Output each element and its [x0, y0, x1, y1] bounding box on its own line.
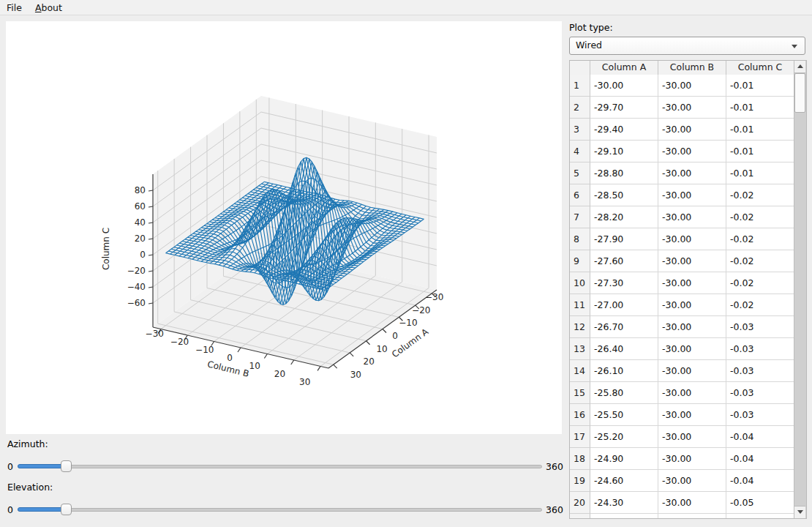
cell-column-a[interactable]: -27.90 — [590, 228, 658, 250]
cell-column-a[interactable]: -30.00 — [590, 75, 658, 97]
cell-column-c[interactable]: -0.01 — [726, 162, 794, 184]
cell-column-b[interactable]: -30.00 — [658, 316, 726, 338]
cell-column-a[interactable]: -28.80 — [590, 162, 658, 184]
cell-column-a[interactable]: -27.30 — [590, 272, 658, 294]
row-number[interactable]: 6 — [570, 184, 590, 206]
cell-column-b[interactable]: -30.00 — [658, 250, 726, 272]
table-row[interactable]: 16-25.50-30.00-0.03 — [570, 404, 794, 426]
cell-column-a[interactable]: -25.80 — [590, 382, 658, 404]
row-number[interactable]: 9 — [570, 250, 590, 272]
table-row[interactable]: 7-28.20-30.00-0.02 — [570, 206, 794, 228]
cell-column-c[interactable]: -0.03 — [726, 338, 794, 360]
cell-column-c[interactable]: -0.04 — [726, 426, 794, 448]
header-column-c[interactable]: Column C — [726, 61, 794, 75]
cell-column-b[interactable]: -30.00 — [658, 119, 726, 141]
table-row[interactable]: 12-26.70-30.00-0.03 — [570, 316, 794, 338]
cell-column-c[interactable]: -0.02 — [726, 294, 794, 316]
row-number[interactable]: 10 — [570, 272, 590, 294]
cell-column-b[interactable]: -30.00 — [658, 162, 726, 184]
row-number[interactable]: 7 — [570, 206, 590, 228]
cell-column-c[interactable]: -0.03 — [726, 382, 794, 404]
row-number[interactable]: 4 — [570, 141, 590, 162]
cell-column-b[interactable]: -30.00 — [658, 360, 726, 382]
cell-column-a[interactable]: -26.40 — [590, 338, 658, 360]
table-row[interactable]: 13-26.40-30.00-0.03 — [570, 338, 794, 360]
table-row[interactable]: 6-28.50-30.00-0.02 — [570, 184, 794, 206]
cell-column-b[interactable]: -30.00 — [658, 338, 726, 360]
table-row[interactable]: 3-29.40-30.00-0.01 — [570, 119, 794, 141]
menu-file[interactable]: File — [0, 1, 29, 15]
cell-column-b[interactable]: -30.00 — [658, 382, 726, 404]
cell-column-a[interactable]: -24.90 — [590, 448, 658, 470]
cell-column-a[interactable]: -27.00 — [590, 294, 658, 316]
row-number[interactable]: 13 — [570, 338, 590, 360]
cell-column-c[interactable]: -0.02 — [726, 228, 794, 250]
row-number[interactable]: 5 — [570, 162, 590, 184]
row-number[interactable]: 12 — [570, 316, 590, 338]
cell-column-b[interactable]: -30.00 — [658, 492, 726, 514]
table-row[interactable]: 20-24.30-30.00-0.05 — [570, 492, 794, 514]
cell-column-c[interactable]: -0.04 — [726, 448, 794, 470]
cell-column-c[interactable]: -0.01 — [726, 75, 794, 97]
row-number[interactable]: 19 — [570, 470, 590, 492]
table-row[interactable]: 4-29.10-30.00-0.01 — [570, 141, 794, 162]
cell-column-c[interactable]: -0.01 — [726, 141, 794, 162]
cell-column-b[interactable]: -30.00 — [658, 470, 726, 492]
cell-column-a[interactable]: -28.50 — [590, 184, 658, 206]
row-number[interactable]: 18 — [570, 448, 590, 470]
row-number[interactable]: 20 — [570, 492, 590, 514]
table-row[interactable]: 9-27.60-30.00-0.02 — [570, 250, 794, 272]
table-row[interactable]: 19-24.60-30.00-0.04 — [570, 470, 794, 492]
plot-canvas[interactable]: −60−40−20020406080−30−20−100102030−30−20… — [6, 21, 562, 434]
slider-handle[interactable] — [61, 460, 72, 472]
row-number[interactable]: 14 — [570, 360, 590, 382]
cell-column-a[interactable]: -26.70 — [590, 316, 658, 338]
cell-column-c[interactable]: -0.03 — [726, 316, 794, 338]
cell-column-c[interactable]: -0.02 — [726, 206, 794, 228]
scroll-up-button[interactable] — [794, 61, 805, 73]
table-row[interactable]: 18-24.90-30.00-0.04 — [570, 448, 794, 470]
plot-type-dropdown[interactable]: Wired — [569, 37, 805, 55]
table-row[interactable]: 1-30.00-30.00-0.01 — [570, 75, 794, 97]
cell-column-a[interactable]: -29.40 — [590, 119, 658, 141]
cell-column-a[interactable]: -25.50 — [590, 404, 658, 426]
scrollbar-thumb[interactable] — [794, 73, 805, 113]
cell-column-c[interactable]: -0.03 — [726, 360, 794, 382]
cell-column-a[interactable]: -27.60 — [590, 250, 658, 272]
cell-column-b[interactable]: -30.00 — [658, 294, 726, 316]
table-row[interactable]: 8-27.90-30.00-0.02 — [570, 228, 794, 250]
row-number[interactable]: 2 — [570, 97, 590, 119]
cell-column-a[interactable]: -24.30 — [590, 492, 658, 514]
cell-column-c[interactable]: -0.05 — [726, 492, 794, 514]
table-row[interactable]: 15-25.80-30.00-0.03 — [570, 382, 794, 404]
cell-column-a[interactable]: -25.20 — [590, 426, 658, 448]
cell-column-a[interactable]: -29.10 — [590, 141, 658, 162]
row-number[interactable]: 1 — [570, 75, 590, 97]
cell-column-a[interactable]: -24.60 — [590, 470, 658, 492]
cell-column-c[interactable]: -0.04 — [726, 470, 794, 492]
slider-track[interactable] — [18, 465, 542, 468]
cell-column-c[interactable]: -0.03 — [726, 404, 794, 426]
cell-column-c[interactable]: -0.01 — [726, 97, 794, 119]
row-number[interactable]: 11 — [570, 294, 590, 316]
row-number[interactable]: 3 — [570, 119, 590, 141]
cell-column-c[interactable]: -0.02 — [726, 272, 794, 294]
header-column-a[interactable]: Column A — [590, 61, 658, 75]
table-row[interactable]: 11-27.00-30.00-0.02 — [570, 294, 794, 316]
cell-column-b[interactable]: -30.00 — [658, 272, 726, 294]
cell-column-b[interactable]: -30.00 — [658, 426, 726, 448]
row-number[interactable]: 17 — [570, 426, 590, 448]
header-column-b[interactable]: Column B — [658, 61, 726, 75]
cell-column-b[interactable]: -30.00 — [658, 184, 726, 206]
cell-column-b[interactable]: -30.00 — [658, 404, 726, 426]
cell-column-b[interactable]: -30.00 — [658, 97, 726, 119]
table-row[interactable]: 2-29.70-30.00-0.01 — [570, 97, 794, 119]
elevation-slider[interactable] — [18, 504, 542, 515]
cell-column-c[interactable]: -0.01 — [726, 119, 794, 141]
cell-column-c[interactable]: -0.02 — [726, 250, 794, 272]
slider-handle[interactable] — [61, 504, 72, 515]
cell-column-b[interactable]: -30.00 — [658, 141, 726, 162]
table-scrollbar[interactable] — [794, 61, 806, 518]
row-number[interactable]: 16 — [570, 404, 590, 426]
cell-column-b[interactable]: -30.00 — [658, 448, 726, 470]
